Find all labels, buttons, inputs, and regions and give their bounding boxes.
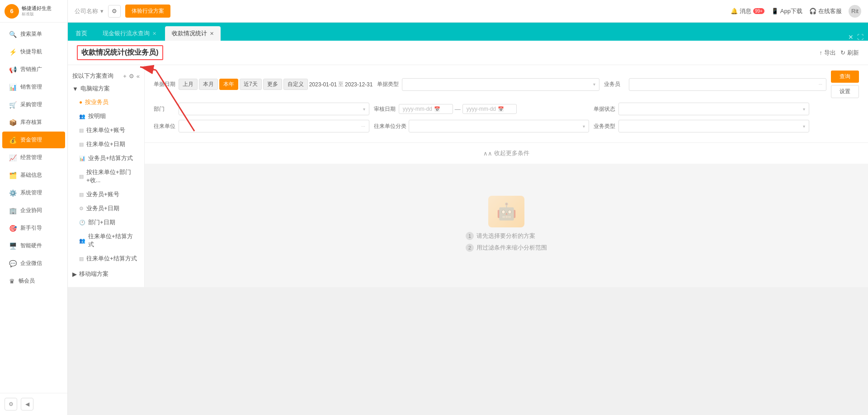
tab-close-collection-stats[interactable]: ✕ — [210, 31, 214, 37]
sidebar-footer: ⚙ ◀ — [0, 393, 67, 415]
sidebar-item-corp[interactable]: 🏢 企业协同 — [2, 202, 65, 219]
app-download-btn[interactable]: 📱 App下载 — [771, 7, 802, 15]
date-btn-last-month[interactable]: 上月 — [179, 79, 198, 90]
date-range-start: 2023-01-01 — [309, 81, 337, 88]
audit-date-end-input[interactable]: yyyy-mm-dd 📅 — [462, 104, 517, 114]
page-title: 收款情况统计(按业务员) — [77, 45, 163, 60]
desktop-group-title[interactable]: ▼ 电脑端方案 — [68, 82, 144, 95]
dropdown-arrow[interactable]: ▾ — [100, 8, 104, 14]
export-btn[interactable]: ↑ 导出 — [820, 49, 836, 57]
empty-icon-area: 🤖 — [488, 196, 524, 227]
sidebar-item-marketing[interactable]: 📢 营销推广 — [2, 61, 65, 78]
wechat-icon: 💬 — [9, 260, 17, 267]
sidebar-item-label: 搜索菜单 — [20, 30, 42, 38]
date-btn-this-year[interactable]: 本年 — [219, 79, 238, 90]
empty-hint: 🤖 1 请先选择要分析的方案 2 用过滤条件来缩小分析范围 — [466, 196, 547, 255]
scheme-item-partner-settle1[interactable]: 👥 往来单位+结算方式 — [70, 230, 142, 251]
salesman-control[interactable]: ··· — [629, 78, 826, 91]
scheme-item-salesman-settle[interactable]: 📊 业务员+结算方式 — [70, 151, 142, 165]
scheme-salesman-settle-icon: 📊 — [79, 156, 85, 161]
filter-section: 单据日期 上月 本月 本年 近7天 更多 自定义 2023-01-01 至 — [145, 65, 868, 164]
partner-control[interactable]: ··· — [179, 120, 369, 132]
panel-settings-icon[interactable]: ⚙ — [129, 73, 134, 80]
user-avatar[interactable]: Rit — [849, 5, 861, 18]
sidebar-collapse-btn[interactable]: ◀ — [21, 398, 33, 410]
desktop-group-arrow: ▼ — [72, 85, 78, 92]
doc-status-arrow: ▾ — [803, 107, 805, 112]
biz-type-control[interactable]: ▾ — [618, 120, 809, 132]
sidebar-item-hardware[interactable]: 🖥️ 智能硬件 — [2, 237, 65, 254]
guide-icon: 🎯 — [9, 225, 17, 232]
sidebar-settings-btn[interactable]: ⚙ — [5, 398, 17, 410]
system-icon: ⚙️ — [9, 189, 17, 197]
phone-icon: 📱 — [771, 8, 778, 14]
filter-actions: 查询 设置 — [831, 71, 859, 98]
partner-category-arrow: ▾ — [583, 124, 585, 129]
scheme-partner-settle2-icon: ▤ — [79, 256, 84, 262]
mobile-group-title[interactable]: ▶ 移动端方案 — [68, 268, 144, 280]
doc-status-label: 单据状态 — [594, 105, 616, 113]
logo-icon: 6 — [5, 4, 19, 19]
hint-num-1: 1 — [466, 232, 474, 240]
sidebar-item-finance[interactable]: 💰 资金管理 — [2, 132, 65, 148]
tab-bank-flow[interactable]: 现金银行流水查询 ✕ — [96, 26, 163, 41]
scheme-item-salesman-date[interactable]: ⚙ 业务员+日期 — [70, 202, 142, 215]
sidebar-item-sales[interactable]: 📊 销售管理 — [2, 79, 65, 95]
cal-icon-start: 📅 — [434, 106, 440, 112]
scheme-item-by-detail[interactable]: 👥 按明细 — [70, 109, 142, 123]
scheme-item-partner-account[interactable]: ▤ 往来单位+账号 — [70, 123, 142, 137]
date-btn-more[interactable]: 更多 — [263, 79, 282, 90]
headset-icon: 🎧 — [809, 8, 816, 14]
refresh-btn[interactable]: ↻ 刷新 — [840, 49, 859, 57]
sales-icon: 📊 — [9, 84, 17, 91]
tab-collection-stats[interactable]: 收款情况统计 ✕ — [165, 26, 221, 41]
panel-add-icon[interactable]: + — [123, 73, 127, 80]
sidebar-item-quick-nav[interactable]: ⚡ 快捷导航 — [2, 43, 65, 60]
tab-home[interactable]: 首页 — [69, 26, 94, 41]
sidebar-item-guide[interactable]: 🎯 新手引导 — [2, 220, 65, 236]
dept-control[interactable]: ▾ — [179, 103, 369, 115]
audit-date-start-input[interactable]: yyyy-mm-dd 📅 — [399, 104, 453, 114]
sidebar-item-basic-info[interactable]: 🗂️ 基础信息 — [2, 167, 65, 184]
scheme-item-by-salesman[interactable]: ● 按业务员 — [70, 95, 142, 109]
doc-status-control[interactable]: ▾ — [618, 103, 809, 115]
sidebar-item-system[interactable]: ⚙️ 系统管理 — [2, 184, 65, 201]
scheme-item-dept-date[interactable]: 🕐 部门+日期 — [70, 216, 142, 229]
query-button[interactable]: 查询 — [831, 71, 859, 83]
sidebar-item-operation[interactable]: 📈 经营管理 — [2, 149, 65, 166]
panel-collapse-icon[interactable]: « — [137, 73, 140, 80]
scheme-item-partner-dept-collect[interactable]: ▤ 按往来单位+部门+收... — [70, 165, 142, 187]
inventory-icon: 📦 — [9, 119, 17, 126]
message-icon: 🔔 — [731, 8, 738, 14]
setting-button[interactable]: 设置 — [831, 85, 859, 98]
gear-button[interactable]: ⚙ — [108, 5, 121, 18]
doc-type-label: 单据类型 — [377, 80, 400, 88]
sidebar: 6 畅捷通好生意 标准版 🔍 搜索菜单 ⚡ 快捷导航 📢 营销推广 📊 销售管理… — [0, 0, 68, 415]
filter-row-2: 部门 ▾ 审核日期 y — [154, 103, 859, 115]
panel-header-icons: + ⚙ « — [123, 73, 140, 80]
sidebar-item-purchase[interactable]: 🛒 采购管理 — [2, 96, 65, 113]
scheme-item-salesman-account[interactable]: ▤ 业务员+账号 — [70, 188, 142, 201]
message-btn[interactable]: 🔔 消息 99+ — [731, 7, 764, 15]
sidebar-item-search[interactable]: 🔍 搜索菜单 — [2, 26, 65, 42]
window-close-btn[interactable]: ✕ — [848, 33, 854, 41]
tab-close-bank-flow[interactable]: ✕ — [152, 31, 156, 37]
sidebar-item-member[interactable]: ♛ 畅会员 — [2, 273, 65, 289]
window-maximize-btn[interactable]: ⛶ — [857, 33, 863, 41]
doc-type-control[interactable]: ▾ — [402, 78, 599, 91]
trial-button[interactable]: 体验行业方案 — [125, 5, 170, 18]
online-service-btn[interactable]: 🎧 在线客服 — [809, 7, 842, 15]
partner-category-control[interactable]: ▾ — [409, 120, 590, 132]
date-btn-7days[interactable]: 近7天 — [240, 79, 262, 90]
partner-category-label: 往来单位分类 — [374, 123, 406, 130]
partner-label: 往来单位 — [154, 123, 176, 130]
sidebar-item-inventory[interactable]: 📦 库存核算 — [2, 114, 65, 131]
date-btn-custom[interactable]: 自定义 — [283, 79, 308, 90]
empty-box-icon: 🤖 — [496, 202, 517, 221]
collapse-button[interactable]: ∧∧ 收起更多条件 — [148, 146, 864, 160]
sidebar-item-wechat[interactable]: 💬 企业微信 — [2, 255, 65, 272]
scheme-item-partner-date[interactable]: ▤ 往来单位+日期 — [70, 137, 142, 151]
hint-item-2: 2 用过滤条件来缩小分析范围 — [466, 244, 547, 252]
scheme-item-partner-settle2[interactable]: ▤ 往来单位+结算方式 — [70, 252, 142, 265]
date-btn-this-month[interactable]: 本月 — [199, 79, 218, 90]
